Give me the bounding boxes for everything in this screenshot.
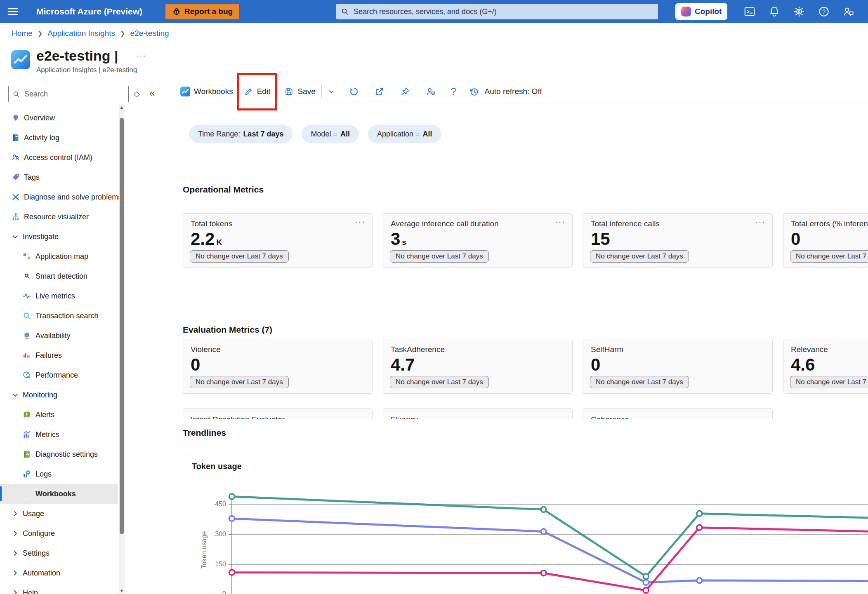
sidebar-item-failures[interactable]: Failures (0, 345, 125, 365)
card-menu-icon[interactable]: ··· (755, 217, 766, 226)
filter-pill-model[interactable]: Model =All (302, 125, 359, 143)
filter-value: All (340, 130, 350, 139)
sidebar-item-diagnostic-settings[interactable]: Diagnostic settings (0, 444, 125, 464)
settings-gear-icon[interactable] (793, 5, 805, 18)
sidebar-item-resource-visualizer[interactable]: Resource visualizer (0, 207, 125, 227)
sidebar-item-label: Automation (23, 569, 60, 578)
sidebar-item-access-control-iam[interactable]: Access control (IAM) (0, 148, 125, 167)
data-point-blue (229, 516, 235, 521)
sidebar-item-diagnose-and-solve-problems[interactable]: Diagnose and solve problems (0, 187, 125, 207)
application-map-icon (22, 252, 31, 261)
sidebar-item-logs[interactable]: Logs (0, 464, 125, 484)
sidebar-item-configure[interactable]: Configure (0, 524, 125, 543)
sidebar-item-usage[interactable]: Usage (0, 504, 125, 524)
chevron-down-icon (11, 390, 20, 399)
sidebar-scrollbar-thumb[interactable] (120, 118, 124, 534)
page-subtitle: Application Insights | e2e-testing (36, 66, 137, 74)
sidebar-item-label: Live metrics (35, 292, 75, 301)
share-button[interactable] (375, 87, 384, 96)
chart-svg: 0150300450Token usage (177, 488, 868, 594)
sidebar-item-alerts[interactable]: Alerts (0, 405, 125, 425)
global-search-input[interactable] (353, 7, 653, 16)
sidebar-scrollbar[interactable]: ▲ ▼ (119, 104, 125, 594)
global-search[interactable] (336, 4, 658, 19)
data-point-teal (541, 507, 546, 512)
auto-refresh-history-icon[interactable] (469, 87, 479, 97)
sidebar-item-monitoring[interactable]: Monitoring (0, 385, 125, 405)
notifications-bell-icon[interactable] (768, 5, 781, 18)
help-icon[interactable]: ? (818, 5, 830, 18)
metric-card-title: Average inference call duration (391, 219, 565, 228)
scroll-up-icon[interactable]: ▲ (119, 104, 125, 110)
card-menu-icon[interactable]: ··· (355, 217, 366, 226)
breadcrumb-link[interactable]: Application Insights (47, 29, 115, 38)
page-more-options-icon[interactable]: ··· (136, 51, 146, 60)
copilot-button[interactable]: Copilot (675, 3, 727, 20)
metric-card-value: 0 (591, 355, 600, 375)
metric-change-badge: No change over Last 7 days (190, 250, 289, 263)
breadcrumb-link[interactable]: Home (12, 29, 33, 38)
metric-card-unit: s (402, 238, 406, 247)
sidebar-item-label: Performance (35, 371, 78, 380)
y-tick-label: 0 (222, 590, 226, 594)
save-dropdown-button[interactable] (328, 88, 335, 95)
availability-icon (22, 331, 31, 340)
data-point-teal (229, 494, 235, 499)
save-button[interactable]: Save (284, 87, 315, 96)
sidebar-item-transaction-search[interactable]: Transaction search (0, 306, 125, 326)
auto-refresh-label[interactable]: Auto refresh: Off (485, 87, 542, 96)
sidebar-item-tags[interactable]: Tags (0, 167, 125, 187)
metric-change-badge: No change over Last 7 days (190, 376, 289, 388)
edit-button[interactable]: Edit (244, 87, 271, 96)
sidebar-item-application-map[interactable]: Application map (0, 247, 125, 266)
sidebar-item-investigate[interactable]: Investigate (0, 227, 125, 247)
token-usage-line-chart[interactable]: 0150300450Token usage (177, 488, 868, 594)
sidebar-item-label: Failures (35, 351, 62, 360)
data-point-blue (541, 529, 546, 534)
sidebar-item-label: Alerts (35, 411, 54, 419)
sidebar-item-label: Resource visualizer (24, 213, 89, 221)
metric-change-badge: No change over Last 7 days (390, 250, 489, 263)
save-icon (284, 87, 294, 96)
sidebar-search-input[interactable] (24, 89, 124, 99)
sidebar-item-automation[interactable]: Automation (0, 563, 125, 583)
send-feedback-button[interactable] (426, 87, 436, 97)
pin-button[interactable] (400, 87, 410, 96)
hamburger-menu-icon[interactable] (6, 5, 20, 18)
portal-title: Microsoft Azure (Preview) (36, 7, 142, 16)
sidebar-item-settings[interactable]: Settings (0, 543, 125, 563)
sidebar-item-performance[interactable]: Performance (0, 365, 125, 385)
sidebar-item-label: Settings (23, 549, 50, 558)
resource-visualizer-icon (11, 212, 20, 221)
sidebar-search[interactable] (8, 86, 129, 102)
sidebar-item-activity-log[interactable]: Activity log (0, 128, 125, 148)
sidebar-item-overview[interactable]: Overview (0, 108, 125, 128)
dock-menu-icon[interactable]: ◇ (134, 89, 140, 99)
breadcrumb-separator-icon: ❯ (120, 30, 125, 37)
workbooks-toolbar-button[interactable]: Workbooks (180, 87, 233, 96)
metric-card-title: Total errors (% inference calls) (791, 219, 868, 228)
feedback-icon[interactable] (842, 5, 855, 18)
alerts-icon (22, 410, 31, 419)
help-question-button[interactable]: ? (451, 86, 456, 97)
refresh-button[interactable] (349, 87, 359, 96)
sidebar-item-help[interactable]: Help (0, 583, 125, 594)
metric-card-title: Violence (191, 345, 365, 354)
sidebar-item-metrics[interactable]: Metrics (0, 425, 125, 444)
filter-pill-application[interactable]: Application =All (368, 125, 441, 143)
sidebar-item-smart-detection[interactable]: Smart detection (0, 266, 125, 286)
filter-pill-time-range[interactable]: Time Range:Last 7 days (189, 125, 292, 143)
scroll-down-icon[interactable]: ▼ (119, 587, 125, 594)
cloud-shell-icon[interactable] (743, 5, 756, 18)
toolbar-bottom-border (171, 103, 868, 103)
sidebar-item-label: Application map (35, 252, 88, 261)
breadcrumb-link[interactable]: e2e-testing (130, 29, 169, 38)
sidebar-item-availability[interactable]: Availability (0, 326, 125, 345)
sidebar-item-label: Logs (35, 470, 52, 479)
card-menu-icon[interactable]: ··· (555, 217, 566, 226)
sidebar-item-live-metrics[interactable]: Live metrics (0, 286, 125, 306)
sidebar-item-workbooks[interactable]: Workbooks (0, 484, 118, 504)
report-a-bug-button[interactable]: Report a bug (165, 3, 240, 20)
trendlines-heading: Trendlines (183, 428, 226, 438)
collapse-menu-icon[interactable]: « (149, 87, 155, 99)
